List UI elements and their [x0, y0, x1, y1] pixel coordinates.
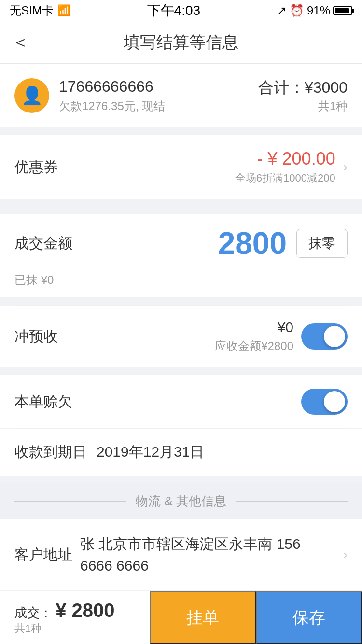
coupon-label: 优惠券 [14, 157, 58, 177]
bottom-bar: 成交： ¥ 2800 共1种 挂单 保存 [0, 591, 362, 644]
address-row[interactable]: 客户地址 张 北京市市辖区海淀区永丰南 156 6666 6666 › [0, 519, 362, 590]
nav-bar: ＜ 填写结算等信息 [0, 21, 362, 64]
amount-number: 2800 [218, 228, 287, 259]
credit-label: 本单赊欠 [14, 392, 72, 412]
due-value: 2019年12月31日 [97, 442, 204, 462]
avatar: 👤 [14, 78, 49, 113]
customer-left: 👤 17666666666 欠款1276.35元, 现结 [14, 78, 165, 114]
status-left: 无SIM卡 📶 [10, 3, 70, 18]
logistics-divider: 物流 & 其他信息 [0, 483, 362, 519]
carrier-text: 无SIM卡 [10, 3, 54, 18]
status-right: ↗ ⏰ 91% [277, 4, 352, 17]
bottom-buttons: 挂单 保存 [150, 591, 362, 644]
coupon-value-col: - ¥ 200.00 全场6折满1000减200 [235, 149, 335, 185]
status-bar: 无SIM卡 📶 下午4:03 ↗ ⏰ 91% [0, 0, 362, 21]
amount-label: 成交金额 [14, 234, 72, 253]
save-button[interactable]: 保存 [256, 591, 362, 644]
address-label: 客户地址 [14, 545, 72, 565]
bottom-deal-label: 成交： ¥ 2800 [14, 600, 135, 621]
address-chevron: › [343, 547, 348, 562]
coupon-value: - ¥ 200.00 [257, 149, 335, 169]
separator-2 [0, 367, 362, 375]
prepay-label: 冲预收 [14, 327, 58, 347]
battery-icon [333, 6, 352, 15]
prepay-toggle[interactable] [301, 323, 348, 350]
coupon-card: 优惠券 - ¥ 200.00 全场6折满1000减200 › [0, 135, 362, 199]
deal-amount: ¥ 2800 [56, 600, 114, 621]
coupon-desc: 全场6折满1000减200 [235, 171, 335, 185]
amount-section: 成交金额 2800 抹零 已抹 ¥0 [0, 214, 362, 297]
amount-erased: 已抹 ¥0 [0, 272, 362, 297]
coupon-right: - ¥ 200.00 全场6折满1000减200 › [235, 149, 348, 185]
erase-button[interactable]: 抹零 [296, 229, 348, 258]
customer-debt: 欠款1276.35元, 现结 [59, 98, 165, 114]
divider-text: 物流 & 其他信息 [136, 493, 226, 510]
hold-button[interactable]: 挂单 [150, 591, 256, 644]
customer-info-row: 👤 17666666666 欠款1276.35元, 现结 合计：¥3000 共1… [0, 64, 362, 127]
content: 👤 17666666666 欠款1276.35元, 现结 合计：¥3000 共1… [0, 64, 362, 644]
address-value: 张 北京市市辖区海淀区永丰南 156 6666 6666 [80, 533, 333, 576]
amount-right: 2800 抹零 [218, 228, 348, 259]
customer-details: 17666666666 欠款1276.35元, 现结 [59, 78, 165, 114]
toggle-knob [324, 326, 345, 347]
battery-percent: 91% [307, 4, 330, 17]
location-icon: ↗ [277, 4, 287, 17]
separator-3 [0, 476, 362, 483]
prepay-row: 冲预收 ¥0 应收金额¥2800 [0, 306, 362, 367]
prepay-sub: 应收金额¥2800 [215, 338, 293, 354]
total-count: 共1种 [258, 98, 348, 114]
due-label: 收款到期日 [14, 442, 87, 462]
amount-row: 成交金额 2800 抹零 [0, 214, 362, 272]
prepay-amount: ¥0 [278, 319, 293, 336]
credit-row: 本单赊欠 [0, 375, 362, 428]
credit-toggle-knob [324, 391, 345, 412]
separator-1 [0, 207, 362, 214]
page-title: 填写结算等信息 [124, 31, 238, 54]
bottom-info: 成交： ¥ 2800 共1种 [0, 600, 150, 636]
divider-line-left [14, 501, 126, 502]
credit-toggle[interactable] [301, 389, 348, 415]
wifi-icon: 📶 [57, 4, 70, 17]
prepay-right: ¥0 应收金额¥2800 [215, 319, 348, 354]
customer-phone: 17666666666 [59, 78, 165, 96]
alarm-icon: ⏰ [290, 4, 304, 17]
prepay-values: ¥0 应收金额¥2800 [215, 319, 293, 354]
avatar-icon: 👤 [21, 85, 43, 106]
customer-total: 合计：¥3000 共1种 [258, 77, 348, 114]
bottom-count: 共1种 [14, 621, 135, 636]
divider-line-right [236, 501, 348, 502]
total-amount: 合计：¥3000 [258, 77, 348, 98]
deal-prefix: 成交： [14, 605, 52, 620]
coupon-chevron: › [343, 159, 348, 175]
due-date-row: 收款到期日 2019年12月31日 [0, 429, 362, 476]
status-time: 下午4:03 [147, 1, 201, 20]
coupon-row[interactable]: 优惠券 - ¥ 200.00 全场6折满1000减200 › [0, 135, 362, 199]
back-button[interactable]: ＜ [12, 30, 29, 54]
